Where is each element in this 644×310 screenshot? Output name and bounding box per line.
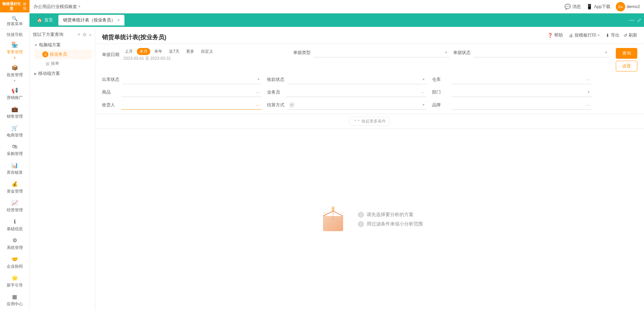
goods-selector[interactable]: ··· [121,88,262,97]
sidebar-item-system[interactable]: ⚙ 系统管理 [0,235,29,253]
content-area: 按以下方案查询 + ⚙ « ▼ 电脑端方案 员 按业务员 [30,27,644,310]
date-tab-last-month[interactable]: 上月 [122,48,136,55]
sidebar-item-wholesale[interactable]: 📦 批发管理 ▲ [0,62,29,85]
date-tab-7days[interactable]: 近7天 [166,48,182,55]
hint-num-1: 1 [358,212,364,218]
avatar: Ea [616,2,625,11]
tab-maximize-btn[interactable]: ⤢ [637,17,641,23]
add-scheme-btn[interactable]: + [77,32,80,38]
brand-more-icon[interactable]: ··· [586,102,590,108]
svg-point-2 [324,212,325,213]
user-avatar[interactable]: Ea demo2 [616,2,640,11]
filter-row-4: 收货人 ··· 结算方式 × ▾ 品牌 [102,100,637,110]
dept-selector[interactable]: ▾ [451,88,592,97]
top-bar-left: 办公用品行业模拟账套 ▾ [34,4,80,10]
tab-active[interactable]: 销货单统计表（按业务员） × [58,15,124,25]
bill-type-label: 单据类型 [293,50,311,56]
page-header: 销货单统计表(按业务员) ❓ 帮助 🖨 按模板打印 ▾ ⬇ 导出 [95,27,644,44]
sidebar-item-purchase[interactable]: 🛍 采购管理 [0,141,29,159]
empty-text: 1 请先选择要分析的方案 2 用过滤条件来缩小分析范围 [358,212,423,227]
search-menu[interactable]: 🔍 搜索菜单 [0,12,29,29]
inventory-icon: 📊 [11,162,18,168]
settlement-field: 结算方式 × ▾ [267,100,427,110]
filter-area: 单据日期 上月 本月 本年 近7天 更多 自定义 2023-03-01 至 20… [95,44,644,114]
empty-illustration [316,203,350,236]
brand-selector[interactable]: ··· [451,100,592,110]
system-icon: ⚙ [12,237,17,244]
salesperson-more-icon[interactable]: ··· [421,90,425,95]
company-selector[interactable]: 办公用品行业模拟账套 ▾ [34,4,80,10]
newbie-icon: 🌟 [11,275,18,281]
out-status-field: 出库状态 ▾ [102,75,262,84]
date-range: 2023-03-01 至 2023-03-31 [123,56,289,61]
tab-home[interactable]: 🏠 首页 [32,15,58,25]
tab-close-icon[interactable]: × [117,18,120,22]
tab-minimize-btn[interactable]: — [629,17,634,23]
print-btn[interactable]: 🖨 按模板打印 ▾ [567,31,602,40]
bill-type-dropdown-icon: ▾ [445,50,447,55]
payment-status-selector[interactable]: ▾ [287,75,427,84]
tree-group-pc-header[interactable]: ▼ 电脑端方案 [32,40,92,50]
settings-scheme-btn[interactable]: ⚙ [83,32,87,37]
date-tab-this-year[interactable]: 本年 [152,48,165,55]
receiver-input[interactable]: ··· [121,100,262,110]
goods-more-icon[interactable]: ··· [256,90,260,95]
warehouse-more-icon[interactable]: ··· [586,77,590,82]
sidebar-item-marketing[interactable]: 📢 营销推广 [0,85,29,103]
sidebar-item-retail[interactable]: 🏪 零售管理 ▲ [0,39,29,62]
sidebar-item-finance[interactable]: 💰 资金管理 [0,178,29,197]
sidebar-item-sales[interactable]: 💼 销售管理 [0,103,29,122]
page-header-actions: ❓ 帮助 🖨 按模板打印 ▾ ⬇ 导出 ↺ 刷新 [547,31,637,44]
help-btn[interactable]: ❓ 帮助 [547,32,563,38]
bill-status-selector[interactable]: ▾ [473,48,609,57]
salesperson-selector[interactable]: ··· [286,88,427,97]
sales-icon: 💼 [11,106,18,112]
filter-row-2: 出库状态 ▾ 收款状态 ▾ 仓库 [102,75,637,84]
sidebar-item-apps[interactable]: ▦ 应用中心 [0,291,29,310]
sidebar-item-newbie[interactable]: 🌟 新手引导 [0,272,29,291]
salesperson-scheme-icon: 员 [42,51,48,57]
apps-icon: ▦ [12,294,17,300]
out-status-selector[interactable]: ▾ [122,75,262,84]
print-dropdown-icon: ▾ [598,33,600,38]
date-tab-custom[interactable]: 自定义 [198,48,216,55]
settings-button[interactable]: 设置 [616,61,637,71]
left-panel: 按以下方案查询 + ⚙ « ▼ 电脑端方案 员 按业务员 [30,27,95,310]
warehouse-selector[interactable]: ··· [451,75,592,84]
sidebar-item-ecommerce[interactable]: 🛒 电商管理 [0,122,29,141]
tree-item-by-salesperson[interactable]: 员 按业务员 [35,50,92,59]
sidebar-item-inventory[interactable]: 📊 库存核算 [0,159,29,178]
retail-icon: 🏪 [11,42,18,48]
dept-dropdown-icon: ▾ [588,90,590,94]
bill-type-selector[interactable]: ▾ [313,48,449,57]
dept-field: 部门 ▾ [432,88,592,97]
collapse-panel-btn[interactable]: « [89,32,92,37]
sidebar-item-operations[interactable]: 📈 经营管理 [0,197,29,216]
refresh-btn[interactable]: ↺ 刷新 [624,32,637,38]
tree-sub-item-by-bill[interactable]: ⊞ 按单 [35,59,92,68]
sidebar: 畅捷通好生意 标版 🔍 搜索菜单 快捷导航 🏪 零售管理 ▲ 📦 批发管理 ▲ … [0,0,30,310]
collapse-conditions-btn[interactable]: ⌃⌃ 收起更多条件 [349,117,390,126]
empty-hint-1: 1 请先选择要分析的方案 [358,212,423,218]
quick-nav[interactable]: 快捷导航 [0,29,29,39]
tree-group-mobile-header[interactable]: ▶ 移动端方案 [32,69,92,78]
finance-icon: 💰 [11,181,18,187]
svg-rect-1 [332,209,334,211]
receiver-more-icon[interactable]: ··· [256,102,260,108]
enterprise-icon: 🤝 [11,256,18,262]
date-tab-more[interactable]: 更多 [183,48,197,55]
settlement-selector[interactable]: × ▾ [287,100,427,110]
message-btn[interactable]: 💬 消息 [565,4,581,10]
sidebar-item-enterprise[interactable]: 🤝 企业协同 [0,253,29,272]
settlement-dropdown-icon: ▾ [423,103,425,107]
bill-status-dropdown-icon: ▾ [605,50,607,55]
receiver-field: 收货人 ··· [102,100,262,110]
app-download-btn[interactable]: 📱 App下载 [586,4,610,10]
date-tab-this-month[interactable]: 本月 [137,48,150,55]
dropdown-icon: ▾ [78,4,80,9]
sidebar-item-basic[interactable]: ℹ 基础信息 [0,216,29,235]
settlement-clear-btn[interactable]: × [289,102,294,108]
export-btn[interactable]: ⬇ 导出 [606,32,620,38]
query-button[interactable]: 查询 [616,48,637,59]
bill-status-label: 单据状态 [453,50,471,56]
